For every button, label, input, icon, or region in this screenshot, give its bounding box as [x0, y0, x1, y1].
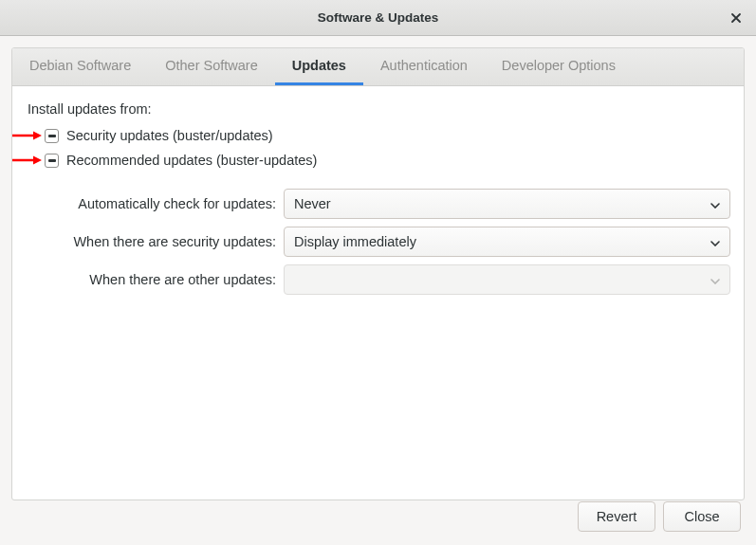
chevron-down-icon: [710, 196, 720, 211]
auto-check-row: Automatically check for updates: Never: [26, 189, 730, 219]
other-updates-setting-label: When there are other updates:: [26, 272, 284, 287]
svg-marker-1: [33, 132, 42, 140]
titlebar: Software & Updates: [0, 0, 756, 36]
close-icon[interactable]: [728, 9, 745, 27]
tab-updates[interactable]: Updates: [275, 48, 363, 85]
svg-marker-3: [33, 156, 42, 165]
other-updates-setting-row: When there are other updates:: [26, 264, 730, 295]
close-button[interactable]: Close: [663, 501, 741, 532]
auto-check-label: Automatically check for updates:: [26, 196, 284, 211]
security-updates-checkbox[interactable]: [45, 129, 59, 143]
tab-other-software[interactable]: Other Software: [148, 48, 275, 85]
security-updates-dropdown[interactable]: Display immediately: [284, 227, 730, 257]
updates-tab-content: Install updates from: Security updates (…: [12, 86, 744, 318]
auto-check-dropdown[interactable]: Never: [284, 189, 730, 219]
tab-authentication[interactable]: Authentication: [363, 48, 485, 85]
recommended-updates-checkbox[interactable]: [45, 154, 59, 168]
chevron-down-icon: [710, 272, 720, 287]
install-updates-from-label: Install updates from:: [28, 101, 730, 117]
revert-button[interactable]: Revert: [578, 501, 655, 532]
tab-bar: Debian Software Other Software Updates A…: [12, 48, 744, 86]
window-title: Software & Updates: [318, 10, 439, 25]
security-updates-value: Display immediately: [294, 234, 416, 249]
security-updates-setting-label: When there are security updates:: [26, 234, 284, 249]
other-updates-dropdown: [284, 264, 730, 295]
footer-buttons: Revert Close: [578, 501, 741, 532]
tab-debian-software[interactable]: Debian Software: [12, 48, 148, 85]
tab-developer-options[interactable]: Developer Options: [485, 48, 633, 85]
chevron-down-icon: [710, 234, 720, 249]
update-settings: Automatically check for updates: Never W…: [26, 189, 730, 295]
security-updates-setting-row: When there are security updates: Display…: [26, 227, 730, 257]
panel: Debian Software Other Software Updates A…: [11, 47, 745, 500]
content: Debian Software Other Software Updates A…: [0, 36, 756, 512]
recommended-updates-label: Recommended updates (buster-updates): [66, 153, 317, 168]
source-security-updates-row: Security updates (buster/updates): [45, 128, 730, 143]
auto-check-value: Never: [294, 196, 331, 211]
annotation-arrow-icon: [11, 130, 42, 141]
source-recommended-updates-row: Recommended updates (buster-updates): [45, 153, 730, 168]
annotation-arrow-icon: [11, 154, 42, 166]
security-updates-label: Security updates (buster/updates): [66, 128, 273, 143]
